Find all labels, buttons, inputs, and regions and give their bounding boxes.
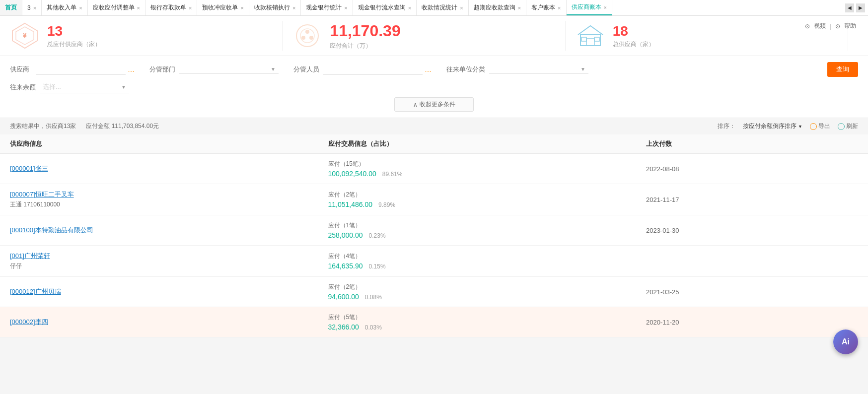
tx-cell-6: 应付（5笔） 32,366.00 0.03%: [328, 313, 647, 331]
dept-select[interactable]: ▼: [179, 65, 279, 74]
close-icon-cash-flow[interactable]: ×: [408, 5, 411, 11]
export-button[interactable]: 导出: [810, 122, 830, 131]
nav-label-supplier-ledger: 供应商账本: [572, 3, 601, 11]
supplier-cell-6: [000002]李四: [10, 318, 328, 327]
nav-item-receipt-stat[interactable]: 收款情况统计 ×: [417, 0, 468, 15]
close-icon-customer-ledger[interactable]: ×: [558, 5, 561, 11]
supplier-link-3[interactable]: [000100]本特勤油品有限公司: [10, 226, 93, 234]
nav-item-other-income[interactable]: 其他收入单 ×: [42, 0, 87, 15]
close-icon-supplier-ledger[interactable]: ×: [604, 4, 607, 10]
balance-placeholder: 选择...: [43, 82, 61, 91]
lastpay-cell-5: 2021-03-25: [646, 288, 858, 296]
export-icon: [810, 123, 817, 130]
tx-label-5: 应付（2笔）: [328, 283, 647, 291]
supplier-link-2[interactable]: [000007]恒旺二手叉车: [10, 191, 74, 198]
supplier-link-1[interactable]: [000001]张三: [10, 165, 48, 172]
person-input[interactable]: [323, 64, 423, 75]
nav-item-customer-ledger[interactable]: 客户账本 ×: [526, 0, 566, 15]
stat-block-suppliers: ¥ 13 总应付供应商（家）: [10, 21, 283, 51]
results-info: 搜索结果中，供应商13家 应付金额 111,703,854.00元: [10, 122, 159, 131]
nav-label-cash-bank-stat: 现金银行统计: [306, 3, 342, 12]
filter-item-person: 分管人员 …: [293, 64, 432, 75]
refresh-label: 刷新: [846, 122, 858, 131]
person-label: 分管人员: [293, 65, 319, 74]
supplier-link-4[interactable]: [001]广州荣轩: [10, 252, 50, 260]
close-icon-receipt-stat[interactable]: ×: [460, 5, 463, 11]
nav-label-tab3: 3: [27, 4, 31, 11]
nav-item-tab3[interactable]: 3 ×: [22, 0, 42, 15]
nav-item-prepay-ar[interactable]: 预收冲应收单 ×: [197, 0, 249, 15]
svg-point-6: [309, 36, 313, 40]
svg-rect-11: [594, 37, 599, 41]
nav-arrow-right[interactable]: ▶: [856, 3, 865, 12]
results-count: 搜索结果中，供应商13家: [10, 122, 76, 131]
balance-select[interactable]: 选择... ▼: [40, 81, 129, 93]
svg-rect-9: [586, 39, 594, 46]
nav-label-overdue-ar: 超期应收款查询: [474, 3, 515, 12]
nav-bar: 首页 3 × 其他收入单 × 应收应付调整单 × 银行存取款单 × 预收冲应收单…: [0, 0, 868, 16]
filter-row-2: 往来余额 选择... ▼: [10, 81, 858, 93]
search-button[interactable]: 查询: [827, 62, 858, 77]
chevron-down-icon-3: ▼: [121, 84, 126, 90]
lastpay-cell-1: 2022-08-08: [646, 165, 858, 173]
store-icon: [576, 21, 605, 51]
close-icon-bank-deposit[interactable]: ×: [189, 5, 192, 11]
collapse-label: 收起更多条件: [420, 100, 455, 109]
header-help: ⊙ 视频 | ⊙ 帮助: [803, 22, 858, 30]
close-icon-overdue-ar[interactable]: ×: [518, 5, 521, 11]
close-icon-prepay-ar[interactable]: ×: [240, 5, 243, 11]
svg-point-3: [296, 25, 318, 47]
tx-percent-5: 0.08%: [365, 294, 382, 301]
close-icon-ar-ap-adjust[interactable]: ×: [137, 5, 140, 11]
nav-label-bank-deposit: 银行存取款单: [150, 3, 186, 12]
category-select[interactable]: ▼: [489, 65, 588, 74]
help-video-link[interactable]: 视频: [814, 22, 826, 30]
refresh-icon: [838, 123, 845, 130]
supplier-input[interactable]: [36, 64, 126, 75]
lastpay-cell-6: 2020-11-20: [646, 319, 858, 326]
nav-arrow-left[interactable]: ◀: [845, 3, 854, 12]
supplier-link-6[interactable]: [000002]李四: [10, 318, 48, 326]
table-header: 供应商信息 应付交易信息（占比） 上次付数: [0, 134, 868, 154]
lastpay-cell-3: 2023-01-30: [646, 227, 858, 234]
stat-number-suppliers: 13: [47, 23, 101, 40]
collapse-icon: ∧: [413, 101, 418, 108]
refresh-button[interactable]: 刷新: [838, 122, 858, 131]
tx-cell-3: 应付（1笔） 258,000.00 0.23%: [328, 221, 647, 239]
filter-item-dept: 分管部门 ▼: [149, 65, 279, 74]
supplier-sub-4: 仔仔: [10, 262, 328, 270]
nav-item-overdue-ar[interactable]: 超期应收款查询 ×: [469, 0, 526, 15]
nav-item-ar-ap-adjust[interactable]: 应收应付调整单 ×: [88, 0, 145, 15]
close-icon-cash-bank-stat[interactable]: ×: [344, 5, 347, 11]
col-header-lastpay: 上次付数: [646, 139, 858, 148]
supplier-cell-2: [000007]恒旺二手叉车 王通 17106110000: [10, 190, 328, 209]
close-icon-other-income[interactable]: ×: [79, 5, 82, 11]
sort-select[interactable]: 按应付余额倒序排序 ▼: [743, 122, 802, 131]
last-pay-date-1: 2022-08-08: [646, 165, 679, 173]
stat-label-total: 总供应商（家）: [613, 40, 654, 49]
person-dots-icon[interactable]: …: [425, 66, 432, 73]
tx-amount-6: 32,366.00: [328, 323, 359, 331]
nav-item-receipt-verify[interactable]: 收款核销执行 ×: [249, 0, 301, 15]
chevron-down-icon-2: ▼: [580, 66, 585, 72]
table-row: [000012]广州贝瑞 应付（2笔） 94,600.00 0.08% 2021…: [0, 277, 868, 307]
tx-label-2: 应付（2笔）: [328, 191, 647, 199]
nav-item-cash-bank-stat[interactable]: 现金银行统计 ×: [301, 0, 353, 15]
close-icon-tab3[interactable]: ×: [33, 5, 36, 11]
help-link[interactable]: 帮助: [844, 22, 856, 30]
supplier-dots-icon[interactable]: …: [128, 66, 135, 73]
collapse-button[interactable]: ∧ 收起更多条件: [394, 97, 474, 112]
close-icon-receipt-verify[interactable]: ×: [292, 5, 295, 11]
nav-item-bank-deposit[interactable]: 银行存取款单 ×: [145, 0, 197, 15]
svg-point-5: [305, 30, 309, 34]
supplier-cell-1: [000001]张三: [10, 164, 328, 173]
tx-amount-5: 94,600.00: [328, 293, 359, 301]
dept-label: 分管部门: [149, 65, 175, 74]
nav-item-home[interactable]: 首页: [0, 0, 22, 15]
stat-number-total: 18: [613, 23, 654, 40]
supplier-link-5[interactable]: [000012]广州贝瑞: [10, 288, 61, 295]
nav-item-supplier-ledger[interactable]: 供应商账本 ×: [567, 0, 612, 15]
stat-block-amount: 11,170.39 应付合计（万）: [292, 21, 565, 51]
nav-item-cash-flow[interactable]: 现金银行流水查询 ×: [353, 0, 417, 15]
tx-percent-1: 89.61%: [382, 171, 403, 178]
